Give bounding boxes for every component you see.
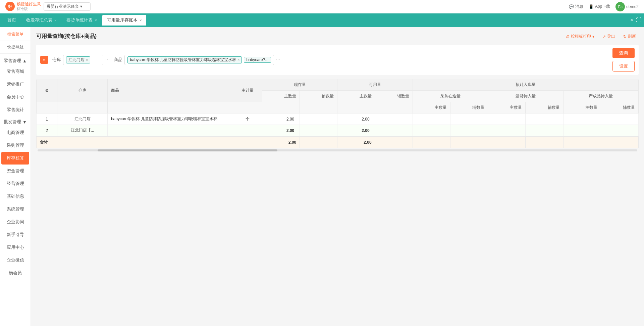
th-avail-aux: 辅数量 [375, 91, 413, 102]
warehouse-label: 仓库 [52, 57, 61, 63]
print-btn[interactable]: 🖨 按模板打印 ▾ [563, 32, 597, 41]
message-label: 消息 [575, 4, 583, 9]
sidebar-item-purchase-mgmt[interactable]: 采购管理 [0, 139, 31, 152]
sidebar-item-inventory-check[interactable]: 库存核算 [1, 152, 29, 165]
th-empty-s1 [262, 102, 300, 113]
app-download-btn[interactable]: 📱 App下载 [589, 4, 610, 9]
warehouse-tag-remove[interactable]: × [86, 58, 88, 62]
sidebar-item-finance-mgmt-label: 资金管理 [7, 168, 24, 174]
sidebar-item-retail-stats-label: 零售统计 [7, 107, 24, 113]
product-tag-1-remove[interactable]: × [237, 58, 239, 62]
cell-avail-main-2: 2.00 [337, 125, 375, 137]
th-finished-pending: 产成品待入量 [563, 91, 638, 102]
export-btn[interactable]: ↗ 导出 [600, 32, 618, 41]
th-settings[interactable]: ⚙ [37, 79, 57, 102]
content-area: 可用量查询(按仓库+商品) 🖨 按模板打印 ▾ ↗ 导出 ↻ 刷新 » [31, 27, 644, 326]
sidebar-item-purchase-mgmt-label: 采购管理 [7, 142, 24, 148]
sidebar-item-retail-stats[interactable]: 零售统计 [0, 103, 31, 116]
filter-expand-btn[interactable]: » [40, 56, 48, 64]
cell-purchase-aux-2 [450, 125, 488, 137]
sidebar-item-enterprise-collab-label: 企业协同 [7, 219, 24, 225]
warehouse-tag: 江北门店 × [66, 56, 90, 63]
query-btn[interactable]: 查询 [612, 48, 635, 58]
sidebar-item-enterprise-wechat[interactable]: 企业微信 [0, 254, 31, 267]
cell-stock-aux-2 [300, 125, 337, 137]
main-layout: 搜索菜单 快捷导航 零售管理 ▲ 零售商城 营销推广 会员中心 零售统计 批发管… [0, 27, 644, 326]
horizontal-scrollbar[interactable] [36, 148, 639, 153]
sidebar-item-wholesale-mgmt[interactable]: 批发管理 ▼ [0, 116, 31, 126]
footer-total-avail: 2.00 [337, 136, 375, 148]
tab-order-stats-close[interactable]: × [95, 18, 97, 22]
page-title: 可用量查询(按仓库+商品) [36, 33, 97, 40]
sidebar-item-basic-info[interactable]: 基础信息 [0, 190, 31, 203]
sidebar-item-system-mgmt[interactable]: 系统管理 [0, 203, 31, 216]
cell-finished-aux-1 [601, 113, 638, 125]
refresh-btn[interactable]: ↻ 刷新 [621, 32, 639, 41]
user-name: demo2 [626, 4, 639, 9]
message-btn[interactable]: 💬 消息 [569, 4, 583, 9]
top-bar: 好 畅捷通好生意 标准版 母婴行业演示账套 ▾ 💬 消息 📱 App下载 Ea … [0, 0, 644, 13]
logo-area: 好 畅捷通好生意 标准版 [5, 2, 41, 11]
tenant-selector[interactable]: 母婴行业演示账套 ▾ [44, 2, 91, 11]
sidebar-item-enterprise-collab[interactable]: 企业协同 [0, 216, 31, 228]
product-more-icon[interactable]: ··· [276, 57, 280, 63]
sidebar-item-operations-mgmt[interactable]: 经营管理 [0, 177, 31, 190]
sidebar-item-vip-member-label: 畅会员 [9, 270, 22, 276]
th-product: 商品 [107, 79, 233, 102]
tab-available-stock-close[interactable]: × [140, 18, 142, 22]
sidebar-item-marketing-label: 营销推广 [7, 81, 24, 87]
tenant-name: 母婴行业演示账套 [47, 4, 79, 9]
sidebar-item-member-center[interactable]: 会员中心 [0, 91, 31, 103]
expand-window-icon[interactable]: ⛶ [636, 17, 641, 23]
logo-sub: 标准版 [17, 6, 41, 11]
download-icon: 📱 [589, 4, 594, 9]
user-area[interactable]: Ea demo2 [615, 2, 639, 11]
sidebar: 搜索菜单 快捷导航 零售管理 ▲ 零售商城 营销推广 会员中心 零售统计 批发管… [0, 27, 31, 326]
cell-inbound-main-1 [488, 113, 526, 125]
tab-home[interactable]: 首页 [3, 15, 21, 26]
th-empty-prod [107, 102, 233, 113]
warehouse-more-icon[interactable]: ··· [105, 57, 110, 63]
tab-order-stats[interactable]: 要货单统计表 × [62, 15, 101, 26]
chevron-down-icon: ▼ [22, 120, 27, 125]
top-bar-right: 💬 消息 📱 App下载 Ea demo2 [569, 2, 639, 11]
sidebar-quick-nav[interactable]: 快捷导航 [0, 42, 31, 52]
tab-stock-summary-close[interactable]: × [54, 18, 56, 22]
cell-seq-2: 2 [37, 125, 57, 137]
warehouse-input[interactable]: 江北门店 × [63, 55, 103, 65]
product-tag-2-value: babycare?... [246, 57, 268, 62]
sidebar-item-wholesale-mgmt-label: 批发管理 [4, 119, 21, 125]
cell-finished-aux-2 [601, 125, 638, 137]
sidebar-item-retail-mgmt[interactable]: 零售管理 ▲ [0, 55, 31, 65]
sidebar-item-vip-member[interactable]: 畅会员 [0, 267, 31, 279]
sidebar-item-retail-mall[interactable]: 零售商城 [0, 65, 31, 78]
tab-stock-summary[interactable]: 收发存汇总表 × [21, 15, 61, 26]
product-filter: 商品 babycare学饮杯 儿童防摔防撞吸管杯重力球吸嘴杯宝宝水杯 × bab… [114, 55, 280, 65]
print-icon: 🖨 [566, 34, 570, 39]
product-tag-2: babycare?... [244, 57, 271, 63]
scroll-thumb[interactable] [98, 149, 277, 151]
sidebar-item-app-center[interactable]: 应用中心 [0, 241, 31, 254]
refresh-icon: ↻ [623, 34, 627, 39]
logo-icon: 好 [5, 2, 15, 11]
th-purchase-main: 主数量 [413, 102, 450, 113]
product-input[interactable]: babycare学饮杯 儿童防摔防撞吸管杯重力球吸嘴杯宝宝水杯 × babyca… [124, 55, 274, 65]
footer-finished-main [563, 136, 601, 148]
settings-icon: ⚙ [45, 88, 49, 93]
sidebar-item-finance-mgmt[interactable]: 资金管理 [0, 165, 31, 177]
footer-total-stock: 2.00 [262, 136, 300, 148]
sidebar-item-marketing[interactable]: 营销推广 [0, 78, 31, 91]
sidebar-item-member-center-label: 会员中心 [7, 94, 24, 100]
product-tag-1-value: babycare学饮杯 儿童防摔防撞吸管杯重力球吸嘴杯宝宝水杯 [130, 57, 236, 63]
warehouse-tag-value: 江北门店 [68, 57, 85, 63]
settings-btn[interactable]: 设置 [612, 61, 635, 72]
cell-unit-1: 个 [233, 113, 262, 125]
th-current-stock: 现存量 [262, 79, 337, 91]
th-empty-a1 [337, 102, 375, 113]
table-row: 1 江北门店 babycare学饮杯 儿童防摔防撞吸管杯重力球吸嘴杯宝宝水杯 个… [37, 113, 639, 125]
close-window-icon[interactable]: × [630, 17, 633, 23]
sidebar-item-ecommerce-mgmt[interactable]: 电商管理 [0, 126, 31, 139]
sidebar-item-new-guide[interactable]: 新手引导 [0, 228, 31, 241]
sidebar-search[interactable]: 搜索菜单 [0, 30, 31, 39]
tab-available-stock[interactable]: 可用量库存账本 × [102, 15, 146, 26]
